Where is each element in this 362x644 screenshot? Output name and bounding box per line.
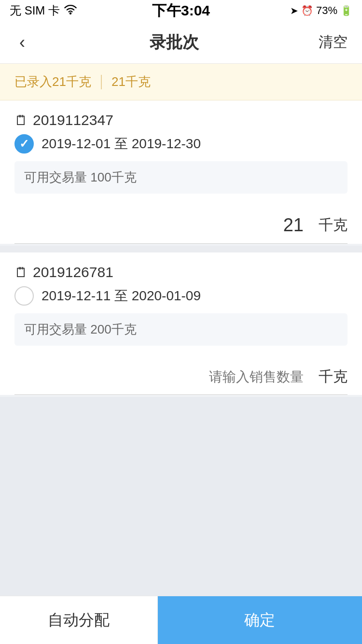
status-bar: 无 SIM 卡 下午3:04 ➤ ⏰ 73% 🔋 xyxy=(0,0,362,21)
recorded-value: 21千克 xyxy=(111,73,151,90)
page-title: 录批次 xyxy=(150,31,199,54)
alarm-icon: ⏰ xyxy=(301,5,313,16)
batch-2-radio[interactable] xyxy=(14,286,34,306)
carrier-label: 无 SIM 卡 xyxy=(10,3,60,18)
batch-2-available: 可用交易量 200千克 xyxy=(14,313,348,346)
batch-1-doc-icon: 🗒 xyxy=(14,112,28,128)
wifi-icon xyxy=(64,4,77,17)
batch-1-date-row: 2019-12-01 至 2019-12-30 xyxy=(14,134,348,154)
batch-1-underline xyxy=(14,243,348,244)
batch-2-header: 🗒 2019126781 xyxy=(14,264,348,280)
batch-2-date: 2019-12-11 至 2020-01-09 xyxy=(42,287,201,305)
batch-2-quantity-input[interactable] xyxy=(14,369,311,385)
batch-1-quantity-input[interactable] xyxy=(263,215,311,236)
confirm-button[interactable]: 确定 xyxy=(158,596,362,644)
battery-label: 73% xyxy=(316,4,337,17)
batch-1-id: 2019112347 xyxy=(33,112,113,128)
nav-bar: ‹ 录批次 清空 xyxy=(0,21,362,64)
banner-divider xyxy=(101,75,102,89)
batch-1-header: 🗒 2019112347 xyxy=(14,112,348,128)
info-banner: 已录入21千克 21千克 xyxy=(0,64,362,100)
batch-1-unit: 千克 xyxy=(319,215,348,235)
batch-1-radio[interactable] xyxy=(14,134,34,154)
batch-1-quantity-row: 千克 xyxy=(0,205,362,243)
status-time: 下午3:04 xyxy=(152,1,210,21)
batch-2-unit: 千克 xyxy=(319,367,348,387)
grey-fill-area xyxy=(0,397,362,596)
clear-button[interactable]: 清空 xyxy=(319,32,348,52)
main-content: 已录入21千克 21千克 🗒 2019112347 2019-12-01 至 2… xyxy=(0,64,362,596)
status-right: ➤ ⏰ 73% 🔋 xyxy=(290,4,352,17)
location-icon: ➤ xyxy=(290,5,298,16)
batch-2-id: 2019126781 xyxy=(33,264,113,280)
batch-1-card: 🗒 2019112347 2019-12-01 至 2019-12-30 可用交… xyxy=(0,100,362,244)
batch-2-underline xyxy=(14,394,348,395)
batch-2-card: 🗒 2019126781 2019-12-11 至 2020-01-09 可用交… xyxy=(0,252,362,395)
batch-2-doc-icon: 🗒 xyxy=(14,265,28,280)
batch-2-date-row: 2019-12-11 至 2020-01-09 xyxy=(14,286,348,306)
section-divider xyxy=(0,246,362,252)
bottom-bar: 自动分配 确定 xyxy=(0,596,362,644)
batch-2-item: 🗒 2019126781 2019-12-11 至 2020-01-09 可用交… xyxy=(0,252,362,357)
batch-1-date: 2019-12-01 至 2019-12-30 xyxy=(42,135,201,153)
recorded-label: 已录入21千克 xyxy=(14,73,91,90)
status-left: 无 SIM 卡 xyxy=(10,3,77,18)
battery-icon: 🔋 xyxy=(340,5,352,16)
batch-1-item: 🗒 2019112347 2019-12-01 至 2019-12-30 可用交… xyxy=(0,100,362,205)
back-button[interactable]: ‹ xyxy=(14,28,30,57)
batch-1-available: 可用交易量 100千克 xyxy=(14,161,348,194)
auto-distribute-button[interactable]: 自动分配 xyxy=(0,596,158,644)
batch-2-quantity-row: 千克 xyxy=(0,357,362,394)
